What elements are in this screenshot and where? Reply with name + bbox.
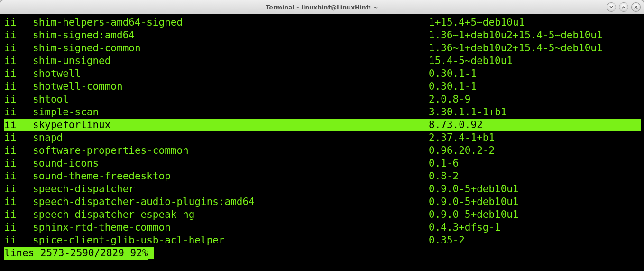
minimize-icon [609, 5, 614, 9]
cursor-icon [148, 247, 154, 259]
package-status: ii [4, 93, 33, 106]
package-status: ii [4, 29, 33, 42]
package-row: iispice-client-glib-usb-acl-helper0.35-2 [4, 234, 641, 247]
package-row: iishim-signed:amd641.36~1+deb10u2+15.4-5… [4, 29, 641, 42]
package-row: iishim-helpers-amd64-signed1+15.4+5~deb1… [4, 16, 641, 29]
minimize-button[interactable] [607, 2, 616, 12]
package-version: 0.1-6 [429, 157, 641, 170]
package-status: ii [4, 80, 33, 93]
package-version: 0.30.1-1 [429, 67, 641, 80]
package-row: iisnapd2.37.4-1+b1 [4, 131, 641, 144]
package-row: iispeech-dispatcher-audio-plugins:amd640… [4, 196, 641, 208]
package-name: sound-theme-freedesktop [33, 170, 429, 183]
package-name: shtool [33, 93, 429, 106]
package-name: shim-signed-common [33, 42, 429, 55]
pager-line: lines 2573-2590/2829 92% [4, 247, 641, 260]
package-row: iishotwell0.30.1-1 [4, 67, 641, 80]
terminal-output[interactable]: iishim-helpers-amd64-signed1+15.4+5~deb1… [0, 14, 644, 271]
package-status: ii [4, 170, 33, 183]
package-row: iiskypeforlinux8.73.0.92 [4, 119, 641, 131]
package-version: 0.9.0-5+deb10u1 [429, 196, 641, 208]
package-name: simple-scan [33, 106, 429, 119]
package-name: sphinx-rtd-theme-common [33, 221, 429, 234]
package-name: snapd [33, 131, 429, 144]
package-status: ii [4, 106, 33, 119]
package-name: shotwell [33, 67, 429, 80]
package-row: iishotwell-common0.30.1-1 [4, 80, 641, 93]
titlebar[interactable]: Terminal - linuxhint@LinuxHint: ~ [0, 0, 644, 14]
package-version: 0.4.3+dfsg-1 [429, 221, 641, 234]
package-row: iispeech-dispatcher-espeak-ng0.9.0-5+deb… [4, 208, 641, 221]
package-status: ii [4, 16, 33, 29]
package-version: 2.37.4-1+b1 [429, 131, 641, 144]
package-name: spice-client-glib-usb-acl-helper [33, 234, 429, 247]
package-version: 3.30.1.1-1+b1 [429, 106, 641, 119]
package-version: 2.0.8-9 [429, 93, 641, 106]
package-name: speech-dispatcher-espeak-ng [33, 208, 429, 221]
package-status: ii [4, 119, 33, 131]
package-version: 15.4-5~deb10u1 [429, 55, 641, 67]
package-row: iishim-unsigned15.4-5~deb10u1 [4, 55, 641, 67]
package-row: iisound-icons0.1-6 [4, 157, 641, 170]
package-version: 1.36~1+deb10u2+15.4-5~deb10u1 [429, 29, 641, 42]
package-row: iishim-signed-common1.36~1+deb10u2+15.4-… [4, 42, 641, 55]
terminal-window: Terminal - linuxhint@LinuxHint: ~ iishim… [0, 0, 644, 271]
package-row: iispeech-dispatcher0.9.0-5+deb10u1 [4, 183, 641, 196]
package-version: 0.30.1-1 [429, 80, 641, 93]
package-version: 0.35-2 [429, 234, 641, 247]
package-status: ii [4, 157, 33, 170]
package-status: ii [4, 183, 33, 196]
package-name: shotwell-common [33, 80, 429, 93]
pager-status: lines 2573-2590/2829 92% [4, 247, 148, 260]
window-title: Terminal - linuxhint@LinuxHint: ~ [0, 4, 644, 11]
package-status: ii [4, 131, 33, 144]
package-status: ii [4, 208, 33, 221]
package-name: speech-dispatcher-audio-plugins:amd64 [33, 196, 429, 208]
close-button[interactable] [631, 2, 641, 12]
package-version: 0.9.0-5+deb10u1 [429, 208, 641, 221]
close-icon [634, 5, 638, 9]
package-row: iisimple-scan3.30.1.1-1+b1 [4, 106, 641, 119]
package-row: iisoftware-properties-common0.96.20.2-2 [4, 144, 641, 157]
package-version: 8.73.0.92 [429, 119, 641, 131]
maximize-button[interactable] [619, 2, 628, 12]
package-row: iisphinx-rtd-theme-common0.4.3+dfsg-1 [4, 221, 641, 234]
package-name: software-properties-common [33, 144, 429, 157]
package-version: 0.9.0-5+deb10u1 [429, 183, 641, 196]
package-name: shim-signed:amd64 [33, 29, 429, 42]
package-version: 0.8-2 [429, 170, 641, 183]
package-row: iishtool2.0.8-9 [4, 93, 641, 106]
maximize-icon [621, 5, 626, 9]
package-row: iisound-theme-freedesktop0.8-2 [4, 170, 641, 183]
package-version: 1+15.4+5~deb10u1 [429, 16, 641, 29]
package-version: 1.36~1+deb10u2+15.4-5~deb10u1 [429, 42, 641, 55]
package-name: skypeforlinux [33, 119, 429, 131]
package-status: ii [4, 144, 33, 157]
package-status: ii [4, 221, 33, 234]
window-controls [607, 2, 641, 12]
package-name: shim-unsigned [33, 55, 429, 67]
package-status: ii [4, 234, 33, 247]
package-status: ii [4, 42, 33, 55]
package-status: ii [4, 67, 33, 80]
package-name: sound-icons [33, 157, 429, 170]
package-status: ii [4, 196, 33, 208]
package-version: 0.96.20.2-2 [429, 144, 641, 157]
package-status: ii [4, 55, 33, 67]
package-name: shim-helpers-amd64-signed [33, 16, 429, 29]
package-name: speech-dispatcher [33, 183, 429, 196]
